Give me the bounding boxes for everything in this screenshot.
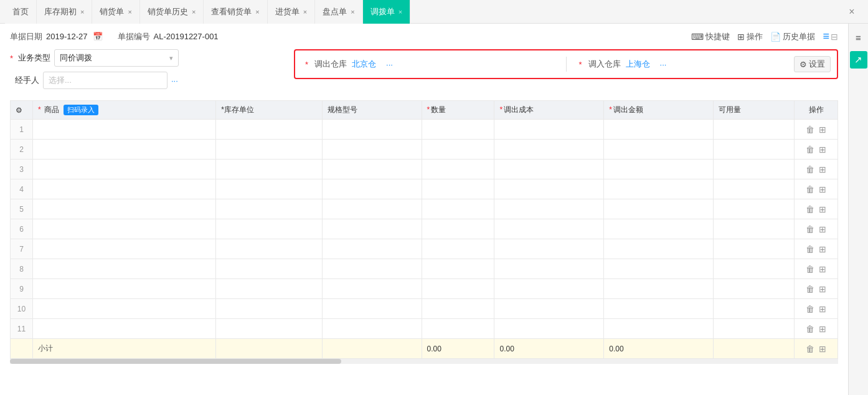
- cost-cell-8[interactable]: [494, 259, 604, 279]
- spec-cell-7[interactable]: [323, 239, 422, 259]
- qty-cell-1[interactable]: [422, 120, 494, 140]
- unit-cell-2[interactable]: [216, 140, 323, 159]
- product-cell-3[interactable]: [33, 159, 216, 179]
- spec-cell-11[interactable]: [323, 319, 422, 339]
- delete-icon-2[interactable]: 🗑: [806, 145, 814, 155]
- close-tab-view-sales[interactable]: ×: [255, 8, 259, 16]
- settings-button[interactable]: ⚙ 设置: [794, 56, 831, 72]
- product-cell-10[interactable]: [33, 299, 216, 319]
- amount-cell-11[interactable]: [604, 319, 714, 339]
- product-cell-1[interactable]: [33, 120, 216, 140]
- unit-cell-10[interactable]: [216, 299, 323, 319]
- delete-icon-1[interactable]: 🗑: [806, 125, 814, 135]
- warehouse-out-value[interactable]: 北京仓: [352, 59, 376, 70]
- delete-icon-4[interactable]: 🗑: [806, 184, 814, 194]
- available-cell-5[interactable]: [713, 199, 794, 219]
- horizontal-scrollbar[interactable]: [10, 359, 838, 364]
- cost-cell-1[interactable]: [494, 120, 604, 140]
- cost-cell-3[interactable]: [494, 159, 604, 179]
- amount-cell-1[interactable]: [604, 120, 714, 140]
- amount-cell-9[interactable]: [604, 279, 714, 299]
- amount-cell-10[interactable]: [604, 299, 714, 319]
- amount-cell-4[interactable]: [604, 179, 714, 199]
- sidebar-list-icon[interactable]: ≡: [850, 29, 867, 46]
- close-tab-purchase[interactable]: ×: [303, 8, 307, 16]
- available-cell-2[interactable]: [713, 140, 794, 159]
- business-type-select[interactable]: 同价调拨 ▾: [54, 49, 179, 67]
- copy-icon-5[interactable]: ⊞: [819, 204, 826, 214]
- amount-cell-5[interactable]: [604, 199, 714, 219]
- window-close-button[interactable]: ×: [841, 1, 863, 23]
- cost-cell-5[interactable]: [494, 199, 604, 219]
- unit-cell-5[interactable]: [216, 199, 323, 219]
- history-tool[interactable]: 📄 历史单据: [770, 31, 815, 42]
- qty-cell-9[interactable]: [422, 279, 494, 299]
- close-tab-inventory-init[interactable]: ×: [80, 8, 84, 16]
- layout-toggle[interactable]: ≡ ⊟: [823, 30, 838, 43]
- amount-cell-6[interactable]: [604, 219, 714, 239]
- delete-icon-3[interactable]: 🗑: [806, 164, 814, 174]
- unit-cell-8[interactable]: [216, 259, 323, 279]
- subtotal-copy-icon[interactable]: ⊞: [819, 344, 826, 354]
- close-tab-inventory[interactable]: ×: [351, 8, 354, 16]
- qty-cell-3[interactable]: [422, 159, 494, 179]
- unit-cell-9[interactable]: [216, 279, 323, 299]
- delete-icon-6[interactable]: 🗑: [806, 224, 814, 234]
- unit-cell-1[interactable]: [216, 120, 323, 140]
- cost-cell-10[interactable]: [494, 299, 604, 319]
- close-tab-transfer[interactable]: ×: [399, 8, 402, 16]
- qty-cell-11[interactable]: [422, 319, 494, 339]
- product-cell-4[interactable]: [33, 179, 216, 199]
- cost-cell-7[interactable]: [494, 239, 604, 259]
- warehouse-in-value[interactable]: 上海仓: [626, 59, 650, 70]
- delete-icon-8[interactable]: 🗑: [806, 264, 814, 274]
- copy-icon-8[interactable]: ⊞: [819, 264, 826, 274]
- th-gear[interactable]: ⚙: [11, 101, 33, 120]
- product-cell-5[interactable]: [33, 199, 216, 219]
- qty-cell-8[interactable]: [422, 259, 494, 279]
- unit-cell-11[interactable]: [216, 319, 323, 339]
- qty-cell-6[interactable]: [422, 219, 494, 239]
- available-cell-8[interactable]: [713, 259, 794, 279]
- cost-cell-4[interactable]: [494, 179, 604, 199]
- qty-cell-10[interactable]: [422, 299, 494, 319]
- unit-cell-6[interactable]: [216, 219, 323, 239]
- qty-cell-4[interactable]: [422, 179, 494, 199]
- available-cell-9[interactable]: [713, 279, 794, 299]
- cost-cell-11[interactable]: [494, 319, 604, 339]
- copy-icon-1[interactable]: ⊞: [819, 125, 826, 135]
- cost-cell-9[interactable]: [494, 279, 604, 299]
- tab-transfer[interactable]: 调拨单 ×: [363, 0, 410, 24]
- spec-cell-6[interactable]: [323, 219, 422, 239]
- delete-icon-10[interactable]: 🗑: [806, 304, 814, 314]
- product-cell-9[interactable]: [33, 279, 216, 299]
- sidebar-export-icon[interactable]: ↗: [850, 51, 867, 69]
- cost-cell-2[interactable]: [494, 140, 604, 159]
- tab-view-sales[interactable]: 查看销货单 ×: [204, 0, 267, 24]
- person-select[interactable]: 选择...: [43, 72, 167, 89]
- amount-cell-2[interactable]: [604, 140, 714, 159]
- scrollbar-thumb[interactable]: [10, 359, 341, 364]
- delete-icon-9[interactable]: 🗑: [806, 284, 814, 294]
- copy-icon-3[interactable]: ⊞: [819, 164, 826, 174]
- delete-icon-7[interactable]: 🗑: [806, 244, 814, 254]
- subtotal-delete-icon[interactable]: 🗑: [806, 344, 814, 354]
- spec-cell-1[interactable]: [323, 120, 422, 140]
- available-cell-3[interactable]: [713, 159, 794, 179]
- copy-icon-6[interactable]: ⊞: [819, 224, 826, 234]
- close-tab-sales[interactable]: ×: [128, 8, 131, 16]
- spec-cell-5[interactable]: [323, 199, 422, 219]
- tab-inventory[interactable]: 盘点单 ×: [315, 0, 362, 24]
- available-cell-11[interactable]: [713, 319, 794, 339]
- amount-cell-3[interactable]: [604, 159, 714, 179]
- warehouse-in-more-icon[interactable]: ···: [660, 60, 667, 69]
- copy-icon-7[interactable]: ⊞: [819, 244, 826, 254]
- warehouse-out-more-icon[interactable]: ···: [386, 60, 393, 69]
- tab-inventory-init[interactable]: 库存期初 ×: [37, 0, 92, 24]
- available-cell-7[interactable]: [713, 239, 794, 259]
- amount-cell-7[interactable]: [604, 239, 714, 259]
- amount-cell-8[interactable]: [604, 259, 714, 279]
- copy-icon-4[interactable]: ⊞: [819, 184, 826, 194]
- spec-cell-10[interactable]: [323, 299, 422, 319]
- delete-icon-11[interactable]: 🗑: [806, 324, 814, 334]
